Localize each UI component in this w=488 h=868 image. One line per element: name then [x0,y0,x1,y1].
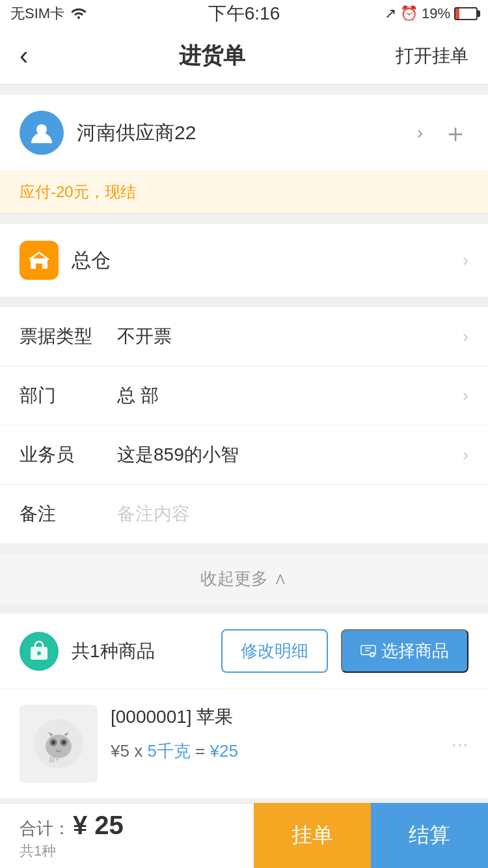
invoice-type-value: 不开票 [104,324,463,349]
department-label: 部门 [20,383,104,408]
status-bar-right: ↗ ⏰ 19% [385,5,478,22]
battery-icon [454,7,478,20]
checkout-button[interactable]: 结算 [371,803,488,868]
product-more-button[interactable]: ··· [451,732,468,756]
invoice-type-arrow-icon: › [463,326,468,347]
wifi-icon [70,5,88,23]
product-thumbnail: 碧+ [20,705,98,783]
status-bar-time: 下午6:16 [208,1,280,26]
warehouse-row[interactable]: 总仓 › [0,224,488,297]
salesperson-row[interactable]: 业务员 这是859的小智 › [0,426,488,485]
product-header: 共1种商品 修改明细 选择商品 [0,614,488,689]
collapse-toggle[interactable]: 收起更多 ∧ [0,554,488,603]
no-sim-label: 无SIM卡 [10,4,64,23]
alarm-icon: ⏰ [400,5,418,22]
product-total: ¥25 [210,741,238,761]
svg-text:碧+: 碧+ [49,756,59,763]
svg-rect-2 [36,264,42,269]
product-unit-price: ¥5 [111,741,129,761]
remark-value: 备注内容 [104,502,468,526]
back-button[interactable]: ‹ [20,41,28,70]
product-title: 苹果 [197,707,233,727]
warehouse-icon [20,241,59,280]
hang-button[interactable]: 挂单 [254,803,371,868]
checkout-label: 结算 [409,821,450,850]
collapse-label: 收起更多 ∧ [200,569,287,588]
product-code: [0000001] [111,707,192,727]
remark-label: 备注 [20,502,104,526]
product-header-icon [20,632,59,671]
select-product-label: 选择商品 [381,640,449,662]
product-price: ¥5 x 5千克 = ¥25 [111,740,451,763]
add-supplier-button[interactable]: ＋ [442,115,468,151]
select-product-button[interactable]: 选择商品 [341,629,468,673]
svg-point-4 [37,651,41,655]
page-title: 进货单 [179,41,245,71]
supplier-row[interactable]: 河南供应商22 › ＋ [0,95,488,171]
invoice-type-row[interactable]: 票据类型 不开票 › [0,307,488,366]
product-quantity: 5千克 [147,741,190,761]
department-value: 总 部 [104,383,463,408]
salesperson-value: 这是859的小智 [104,442,463,467]
open-hang-button[interactable]: 打开挂单 [396,44,468,68]
status-bar: 无SIM卡 下午6:16 ↗ ⏰ 19% [0,0,488,27]
total-count: 共1种 [20,841,234,861]
product-count-label: 共1种商品 [72,639,208,664]
separator-2 [0,603,488,614]
bottom-bar: 合计： ¥ 25 共1种 挂单 结算 [0,803,488,868]
product-item: 碧+ [0000001] 苹果 ¥5 x 5千克 = ¥25 ··· [0,689,488,799]
remark-row[interactable]: 备注 备注内容 [0,485,488,544]
invoice-type-label: 票据类型 [20,324,104,349]
hang-label: 挂单 [291,821,333,850]
total-label: 合计： [20,817,70,840]
location-icon: ↗ [385,5,396,22]
department-row[interactable]: 部门 总 部 › [0,366,488,426]
status-bar-left: 无SIM卡 [10,4,88,23]
supplier-arrow-icon: › [417,122,423,143]
form-section: 票据类型 不开票 › 部门 总 部 › 业务员 这是859的小智 › 备注 备注… [0,307,488,544]
product-info: [0000001] 苹果 ¥5 x 5千克 = ¥25 [111,705,451,763]
svg-point-11 [51,740,55,744]
warehouse-label: 总仓 [72,247,463,274]
edit-detail-button[interactable]: 修改明细 [221,629,328,673]
product-name: [0000001] 苹果 [111,705,451,729]
supplier-section: 河南供应商22 › ＋ 应付-20元，现结 [0,95,488,213]
notice-text: 应付-20元，现结 [20,183,136,200]
supplier-avatar [20,111,64,155]
warehouse-section: 总仓 › [0,224,488,297]
nav-bar: ‹ 进货单 打开挂单 [0,27,488,85]
notice-bar: 应付-20元，现结 [0,171,488,213]
supplier-name: 河南供应商22 [77,120,417,146]
warehouse-arrow-icon: › [463,250,468,271]
product-section: 共1种商品 修改明细 选择商品 [0,614,488,799]
svg-point-8 [46,735,72,758]
bottom-total: 合计： ¥ 25 共1种 [0,803,254,868]
salesperson-arrow-icon: › [463,444,468,465]
battery-label: 19% [422,5,450,22]
salesperson-label: 业务员 [20,442,104,467]
total-amount: ¥ 25 [73,811,124,840]
svg-point-12 [62,740,66,744]
department-arrow-icon: › [463,385,468,406]
separator-1 [0,85,488,95]
